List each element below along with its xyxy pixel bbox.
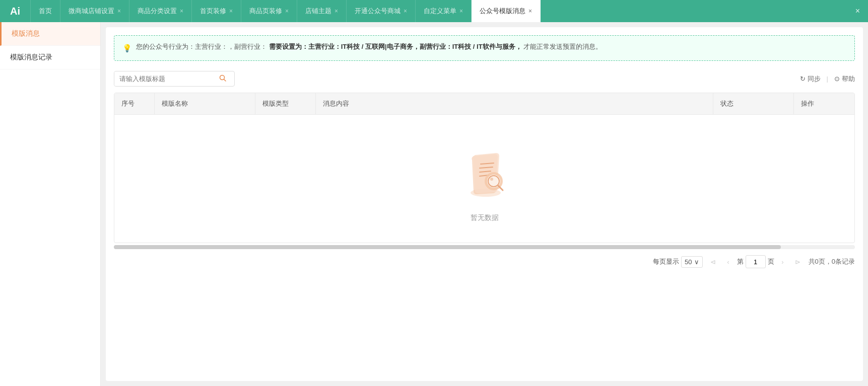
per-page-label: 每页显示 [653,257,679,266]
per-page-dropdown[interactable]: 50 ∨ [681,256,702,268]
help-icon: ⊙ [834,75,840,83]
page-nav: ⊲ ‹ 第 页 › ⊳ [707,255,805,268]
col-action: 操作 [794,93,854,114]
page-size-select: 每页显示 50 ∨ [653,256,702,268]
sync-icon: ↻ [800,75,806,83]
page-label: 第 [737,257,744,266]
tab-custom-menu[interactable]: 自定义菜单 × [416,0,472,22]
total-info: 共0页，0条记录 [809,257,855,266]
tab-bar: Ai 首页 微商城店铺设置 × 商品分类设置 × 首页装修 × 商品页装修 × … [0,0,868,22]
table-header: 序号 模版名称 模版类型 消息内容 状态 操作 [114,93,854,115]
search-input[interactable] [114,72,215,86]
close-all-button[interactable]: × [847,7,868,16]
page-unit: 页 [768,257,774,266]
help-button[interactable]: ⊙ 帮助 [834,74,855,84]
page-input[interactable] [746,255,766,268]
notice-icon: 💡 [122,42,132,54]
tab-open-mall[interactable]: 开通公众号商城 × [347,0,416,22]
toolbar-right: ↻ 同步 | ⊙ 帮助 [800,74,855,84]
chevron-down-icon: ∨ [694,258,699,266]
scroll-track[interactable] [114,245,855,249]
tab-close-shop-settings[interactable]: × [117,8,121,15]
tab-template-msg[interactable]: 公众号模版消息 × [472,0,541,22]
svg-line-1 [224,80,226,82]
toolbar-divider: | [827,75,828,83]
empty-text: 暂无数据 [471,213,499,222]
tab-close-product-decoration[interactable]: × [285,8,289,15]
notice-bar: 💡 您的公众号行业为：主营行业：，副营行业： 需要设置为：主营行业：IT科技 /… [114,35,855,61]
tab-home[interactable]: 首页 [31,0,60,22]
notice-prefix: 您的公众号行业为：主营行业：，副营行业： [136,43,267,50]
search-icon [219,74,226,82]
tab-shop-settings[interactable]: 微商城店铺设置 × [60,0,129,22]
empty-illustration [454,145,515,205]
prev-page-button[interactable]: ‹ [722,255,735,268]
next-page-button[interactable]: › [776,255,789,268]
notice-highlight: 需要设置为：主营行业：IT科技 / 互联网|电子商务，副营行业：IT科技 / I… [269,43,522,50]
sidebar-item-template-msg-record[interactable]: 模版消息记录 [0,46,100,69]
tab-close-shop-theme[interactable]: × [335,8,338,15]
search-button[interactable] [215,71,230,86]
table: 序号 模版名称 模版类型 消息内容 状态 操作 [114,93,855,243]
content-area: 💡 您的公众号行业为：主营行业：，副营行业： 需要设置为：主营行业：IT科技 /… [106,27,863,381]
tab-shop-theme[interactable]: 店铺主题 × [297,0,347,22]
col-status: 状态 [713,93,794,114]
tab-home-decoration[interactable]: 首页装修 × [192,0,241,22]
tab-close-category-settings[interactable]: × [180,8,183,15]
app-logo: Ai [0,0,31,22]
per-page-value: 50 [685,258,692,266]
tab-close-open-mall[interactable]: × [404,8,407,15]
col-content: 消息内容 [316,93,713,114]
tab-product-decoration[interactable]: 商品页装修 × [241,0,297,22]
pagination: 每页显示 50 ∨ ⊲ ‹ 第 页 › ⊳ 共0页，0条记录 [106,249,863,274]
svg-point-11 [490,178,493,181]
main-layout: 模版消息 模版消息记录 💡 您的公众号行业为：主营行业：，副营行业： 需要设置为… [0,22,868,386]
scroll-thumb[interactable] [114,245,781,249]
search-box [114,71,235,87]
sync-button[interactable]: ↻ 同步 [800,74,821,84]
tab-close-home-decoration[interactable]: × [229,8,233,15]
col-index: 序号 [114,93,155,114]
col-name: 模版名称 [155,93,255,114]
notice-suffix: 才能正常发送预置的消息。 [523,43,602,50]
empty-state: 暂无数据 [114,115,854,243]
toolbar: ↻ 同步 | ⊙ 帮助 [106,65,863,93]
tab-close-template-msg[interactable]: × [528,8,532,15]
col-type: 模版类型 [255,93,316,114]
first-page-button[interactable]: ⊲ [707,255,720,268]
sidebar-item-template-msg[interactable]: 模版消息 [0,22,100,46]
last-page-button[interactable]: ⊳ [791,255,805,268]
tab-category-settings[interactable]: 商品分类设置 × [129,0,192,22]
tab-close-custom-menu[interactable]: × [459,8,463,15]
sidebar: 模版消息 模版消息记录 [0,22,101,386]
